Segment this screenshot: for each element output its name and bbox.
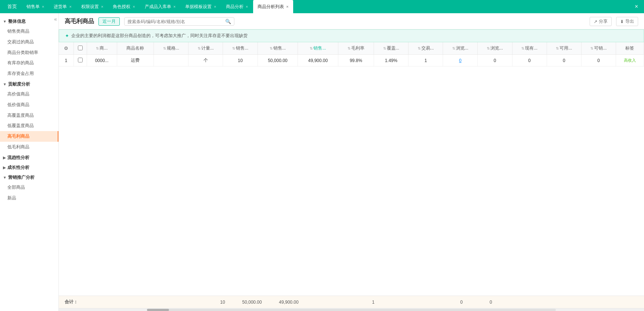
row-coverage: 1.49% [374, 55, 409, 66]
export-icon: ⬇ [620, 19, 624, 24]
sidebar-group-marketing[interactable]: ▼ 营销推广分析 [0, 172, 58, 182]
row-unit: 个 [188, 55, 223, 66]
data-table-wrapper: ⚙ ⇅商... 商品名称 ⇅规格... ⇅计量... ⇅销售... ⇅销售...… [59, 42, 644, 296]
arrow-icon-5: ▼ [3, 176, 7, 180]
footer-current: 0 [447, 300, 476, 305]
sidebar-item-stocked-goods[interactable]: 有库存的商品 [0, 58, 58, 68]
nav-permission[interactable]: 权限设置 × [77, 0, 108, 13]
col-sales1[interactable]: ⇅销售... [223, 42, 258, 55]
col-sales3[interactable]: ⇅销售... [298, 42, 338, 55]
arrow-icon-3: ▶ [3, 156, 6, 160]
nav-product-analysis[interactable]: 商品分析 × [222, 0, 252, 13]
col-code[interactable]: ⇅商... [87, 42, 117, 55]
content-header: 高毛利商品 近一月 🔍 ↗ 分享 ⬇ 导出 [59, 13, 644, 29]
nav-product-warehouse[interactable]: 产成品入库单 × [140, 0, 180, 13]
sidebar-item-low-margin[interactable]: 低毛利商品 [0, 142, 58, 152]
footer-transactions: 1 [359, 300, 388, 305]
nav-sales[interactable]: 销售单 × [22, 0, 48, 13]
arrow-icon-4: ▶ [3, 166, 6, 170]
sidebar-item-traded-goods[interactable]: 交易过的商品 [0, 37, 58, 47]
close-all-tabs[interactable]: × [632, 3, 641, 10]
search-box: 🔍 [124, 17, 234, 26]
sidebar-item-low-value[interactable]: 低价值商品 [0, 100, 58, 110]
close-sales-tab[interactable]: × [42, 4, 44, 9]
row-gross-rate: 99.8% [338, 55, 374, 66]
sidebar: « ▼ 整体信息 销售类商品 交易过的商品 商品分类助销率 有库存的商品 库存资… [0, 13, 59, 311]
footer-sales3: 49,900.00 [270, 300, 307, 305]
row-sales3: 49,900.00 [298, 55, 338, 66]
export-btn[interactable]: ⬇ 导出 [616, 17, 638, 26]
close-role-tab[interactable]: × [133, 4, 135, 9]
tip-icon: ✦ [65, 33, 69, 39]
col-browse2[interactable]: ⇅浏览... [478, 42, 512, 55]
sidebar-item-sales-goods[interactable]: 销售类商品 [0, 26, 58, 37]
main-layout: « ▼ 整体信息 销售类商品 交易过的商品 商品分类助销率 有库存的商品 库存资… [0, 13, 644, 311]
nav-product-analysis-list[interactable]: 商品分析列表 × [253, 0, 293, 13]
horizontal-scrollbar[interactable] [59, 308, 644, 311]
arrow-icon-2: ▼ [3, 82, 7, 86]
col-available[interactable]: ⇅可用... [547, 42, 581, 55]
top-navigation: 首页 销售单 × 进货单 × 权限设置 × 角色授权 × 产成品入库单 × 单据… [0, 0, 644, 13]
sidebar-item-all-goods[interactable]: 全部商品 [0, 182, 58, 193]
col-unit[interactable]: ⇅计量... [188, 42, 223, 55]
row-select-checkbox[interactable] [78, 58, 83, 62]
scroll-track [147, 309, 556, 311]
close-product-warehouse-tab[interactable]: × [173, 4, 176, 9]
select-all-checkbox[interactable] [78, 46, 83, 50]
close-product-analysis-list-tab[interactable]: × [286, 4, 288, 9]
page-title: 高毛利商品 [65, 18, 94, 25]
scroll-thumb[interactable] [147, 309, 169, 311]
row-browse1[interactable]: 0 [443, 55, 478, 66]
sidebar-item-stock-capital[interactable]: 库存资金占用 [0, 68, 58, 79]
sidebar-item-category-rate[interactable]: 商品分类助销率 [0, 47, 58, 58]
footer-sales1: 10 [212, 300, 234, 305]
nav-home[interactable]: 首页 [3, 0, 21, 13]
settings-icon[interactable]: ⚙ [64, 46, 68, 51]
close-permission-tab[interactable]: × [101, 4, 103, 9]
sidebar-group-overall[interactable]: ▼ 整体信息 [0, 16, 58, 26]
sidebar-item-low-coverage[interactable]: 低覆盖度商品 [0, 120, 58, 131]
col-name: 商品名称 [117, 42, 154, 55]
row-sales1: 10 [223, 55, 258, 66]
sidebar-item-high-coverage[interactable]: 高覆盖度商品 [0, 110, 58, 121]
row-index: 1 [59, 55, 73, 66]
sidebar-collapse-btn[interactable]: « [54, 16, 57, 22]
info-tip: ✦ 企业的主要的利润都是这部分商品创造的，可考虑加大推广，同时关注库存是不要出现… [59, 29, 644, 42]
close-template-tab[interactable]: × [214, 4, 216, 9]
close-purchase-tab[interactable]: × [69, 4, 71, 9]
table-header-row: ⚙ ⇅商... 商品名称 ⇅规格... ⇅计量... ⇅销售... ⇅销售...… [59, 42, 644, 55]
col-sales2[interactable]: ⇅销售... [258, 42, 298, 55]
nav-role[interactable]: 角色授权 × [108, 0, 139, 13]
sidebar-group-contribution[interactable]: ▼ 贡献度分析 [0, 79, 58, 89]
sidebar-item-high-value[interactable]: 高价值商品 [0, 89, 58, 100]
col-gross-rate[interactable]: ⇅毛利率 [338, 42, 374, 55]
col-tag: 标签 [616, 42, 644, 55]
nav-template[interactable]: 单据模板设置 × [181, 0, 220, 13]
close-product-analysis-tab[interactable]: × [246, 4, 248, 9]
row-checkbox [73, 55, 87, 66]
col-current[interactable]: ⇅现有... [512, 42, 547, 55]
share-btn[interactable]: ↗ 分享 [590, 17, 612, 26]
sidebar-group-trend[interactable]: ▶ 流趋性分析 [0, 152, 58, 162]
sidebar-group-growth[interactable]: ▶ 成长性分析 [0, 162, 58, 172]
search-input[interactable] [127, 19, 225, 24]
footer-values: 10 50,000.00 49,900.00 1 0 0 [94, 300, 638, 305]
sidebar-item-new-goods[interactable]: 新品 [0, 193, 58, 203]
table-row: 1 0000... 运费 个 10 50,000.00 49,900.00 99… [59, 55, 644, 66]
col-coverage[interactable]: ⇅覆盖... [374, 42, 409, 55]
filter-period-btn[interactable]: 近一月 [98, 17, 120, 26]
col-spec[interactable]: ⇅规格... [154, 42, 188, 55]
share-icon: ↗ [594, 19, 597, 24]
col-sellable[interactable]: ⇅可销... [581, 42, 616, 55]
col-browse1[interactable]: ⇅浏览... [443, 42, 478, 55]
browse1-link[interactable]: 0 [459, 58, 462, 63]
sidebar-item-high-margin[interactable]: 高毛利商品 [0, 131, 58, 142]
row-sellable: 0 [581, 55, 616, 66]
col-transactions[interactable]: ⇅交易... [409, 42, 443, 55]
search-icon[interactable]: 🔍 [225, 19, 231, 24]
footer-label: 合计： [65, 299, 94, 305]
row-tag: 高收入 [616, 55, 644, 66]
nav-purchase[interactable]: 进货单 × [49, 0, 76, 13]
footer-summary: 合计： 10 50,000.00 49,900.00 1 0 0 [59, 296, 644, 308]
col-settings[interactable]: ⚙ [59, 42, 73, 55]
